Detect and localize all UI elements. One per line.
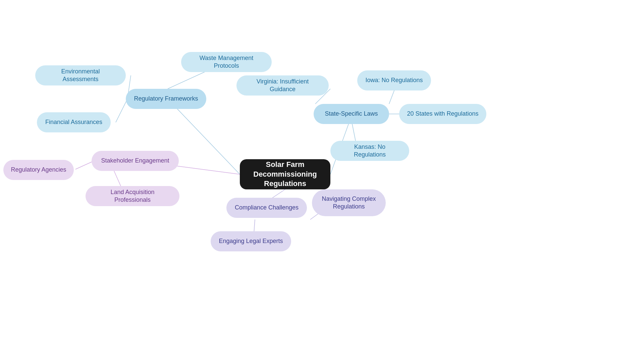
state-specific-laws-node: State-Specific Laws [314, 104, 389, 124]
svg-line-3 [116, 99, 127, 122]
compliance-challenges-node: Compliance Challenges [226, 198, 307, 218]
svg-line-13 [254, 220, 255, 233]
kansas-node: Kansas: No Regulations [330, 141, 409, 161]
svg-line-6 [114, 171, 121, 186]
land-acquisition-node: Land Acquisition Professionals [86, 186, 179, 206]
regulatory-frameworks-node: Regulatory Frameworks [126, 89, 206, 109]
twenty-states-node: 20 States with Regulations [399, 104, 486, 124]
regulatory-agencies-node: Regulatory Agencies [3, 160, 74, 180]
legal-experts-node: Engaging Legal Experts [211, 231, 291, 251]
center-node: Solar Farm Decommissioning Regulations [240, 159, 330, 189]
iowa-node: Iowa: No Regulations [357, 70, 431, 90]
navigating-complex-node: Navigating Complex Regulations [312, 189, 386, 216]
waste-management-node: Waste Management Protocols [181, 52, 272, 72]
financial-assurances-node: Financial Assurances [37, 112, 111, 132]
environmental-assessments-node: Environmental Assessments [35, 65, 126, 85]
svg-line-11 [352, 124, 356, 141]
virginia-node: Virginia: Insufficient Guidance [236, 75, 329, 96]
svg-line-5 [75, 161, 94, 169]
stakeholder-engagement-node: Stakeholder Engagement [92, 151, 179, 171]
